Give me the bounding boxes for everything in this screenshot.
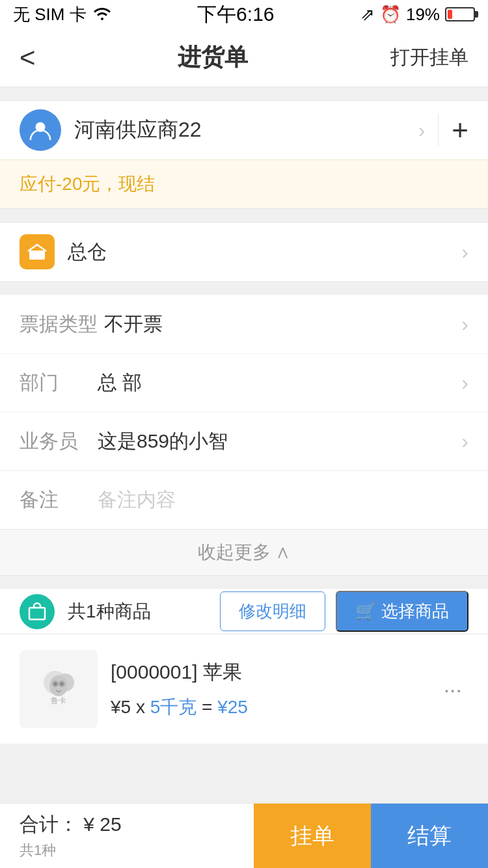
content-area: 河南供应商22 › + 应付-20元，现结 总仓 › 票据类型 不开票 [0, 87, 488, 809]
nav-bar: < 进货单 打开挂单 [0, 29, 488, 87]
alarm-icon: ⏰ [380, 5, 401, 25]
product-info: [0000001] 苹果 ¥5 x 5千克 = ¥25 [111, 659, 437, 720]
remark-input[interactable]: 备注内容 [98, 487, 468, 513]
collapse-toggle[interactable]: 收起更多 ∧ [0, 529, 488, 576]
footer-total-sub: 共1种 [20, 841, 234, 860]
gap-2 [0, 209, 488, 222]
product-card: 鲁卡 [0000001] 苹果 ¥5 x 5千克 = ¥25 [0, 634, 488, 744]
svg-point-10 [61, 683, 64, 686]
salesperson-label: 业务员 [20, 428, 91, 455]
invoice-chevron-icon: › [461, 312, 468, 336]
salesperson-chevron-icon: › [461, 429, 468, 454]
collapse-label: 收起更多 ∧ [198, 540, 291, 565]
carrier-text: 无 SIM 卡 [13, 3, 87, 26]
dept-value: 总 部 [98, 370, 461, 396]
svg-text:鲁卡: 鲁卡 [51, 696, 66, 705]
divider [438, 114, 439, 146]
price-equals: = [202, 697, 212, 717]
price-x: x [136, 697, 145, 717]
dept-chevron-icon: › [461, 371, 468, 395]
total-amount: ¥ 25 [83, 813, 121, 835]
notice-text: 应付-20元，现结 [20, 174, 155, 194]
supplier-name: 河南供应商22 [74, 116, 418, 144]
wifi-icon [93, 5, 111, 25]
price-total: ¥25 [217, 697, 248, 717]
warehouse-icon [20, 234, 55, 269]
notice-bar: 应付-20元，现结 [0, 159, 488, 208]
product-name: [0000001] 苹果 [111, 659, 437, 686]
warehouse-section: 总仓 › [0, 222, 488, 282]
open-hang-button[interactable]: 打开挂单 [390, 44, 468, 71]
back-button[interactable]: < [20, 42, 36, 74]
supplier-chevron-icon: › [418, 118, 426, 142]
product-icon [20, 594, 55, 629]
page-title: 进货单 [178, 42, 248, 74]
dept-row[interactable]: 部门 总 部 › [0, 353, 488, 412]
form-section: 票据类型 不开票 › 部门 总 部 › 业务员 这是859的小智 › 备注 备注… [0, 295, 488, 529]
price-qty: 5千克 [150, 697, 197, 717]
svg-rect-1 [29, 251, 45, 260]
svg-rect-2 [29, 608, 45, 619]
settle-button[interactable]: 结算 [371, 804, 488, 869]
footer: 合计： ¥ 25 共1种 挂单 结算 [0, 803, 488, 868]
svg-point-9 [54, 683, 57, 686]
footer-total: 合计： ¥ 25 共1种 [0, 811, 254, 860]
salesperson-value: 这是859的小智 [98, 428, 461, 455]
footer-total-main: 合计： ¥ 25 [20, 811, 234, 838]
status-left: 无 SIM 卡 [13, 3, 111, 26]
gap-1 [0, 87, 488, 100]
status-time: 下午6:16 [197, 1, 274, 28]
add-supplier-button[interactable]: + [452, 114, 468, 146]
supplier-section: 河南供应商22 › + 应付-20元，现结 [0, 100, 488, 209]
product-count: 共1种商品 [68, 599, 220, 624]
battery-text: 19% [406, 5, 440, 25]
status-bar: 无 SIM 卡 下午6:16 ⇗ ⏰ 19% [0, 0, 488, 29]
warehouse-chevron-icon: › [461, 240, 468, 264]
supplier-avatar [20, 109, 61, 151]
gap-3 [0, 282, 488, 295]
hang-button[interactable]: 挂单 [254, 804, 371, 869]
remark-row[interactable]: 备注 备注内容 [0, 470, 488, 529]
select-label: 选择商品 [381, 600, 449, 623]
price-unit: ¥5 [111, 697, 131, 717]
warehouse-name: 总仓 [68, 239, 461, 265]
edit-detail-button[interactable]: 修改明细 [220, 591, 325, 631]
select-icon: 🛒 [355, 601, 376, 621]
battery-icon [445, 7, 475, 21]
salesperson-row[interactable]: 业务员 这是859的小智 › [0, 412, 488, 470]
product-more-button[interactable]: ··· [437, 670, 468, 709]
product-header: 共1种商品 修改明细 🛒 选择商品 [0, 576, 488, 634]
product-thumbnail: 鲁卡 [20, 650, 98, 728]
total-label: 合计： [20, 813, 78, 835]
svg-point-6 [49, 675, 68, 696]
dept-label: 部门 [20, 370, 91, 396]
invoice-type-value: 不开票 [104, 311, 461, 338]
invoice-type-row[interactable]: 票据类型 不开票 › [0, 295, 488, 353]
product-price: ¥5 x 5千克 = ¥25 [111, 695, 437, 720]
warehouse-row[interactable]: 总仓 › [0, 223, 488, 281]
status-right: ⇗ ⏰ 19% [360, 5, 475, 25]
select-product-button[interactable]: 🛒 选择商品 [336, 591, 468, 632]
supplier-row[interactable]: 河南供应商22 › + [0, 101, 488, 159]
invoice-type-label: 票据类型 [20, 311, 98, 338]
remark-label: 备注 [20, 487, 91, 513]
location-icon: ⇗ [360, 5, 375, 25]
